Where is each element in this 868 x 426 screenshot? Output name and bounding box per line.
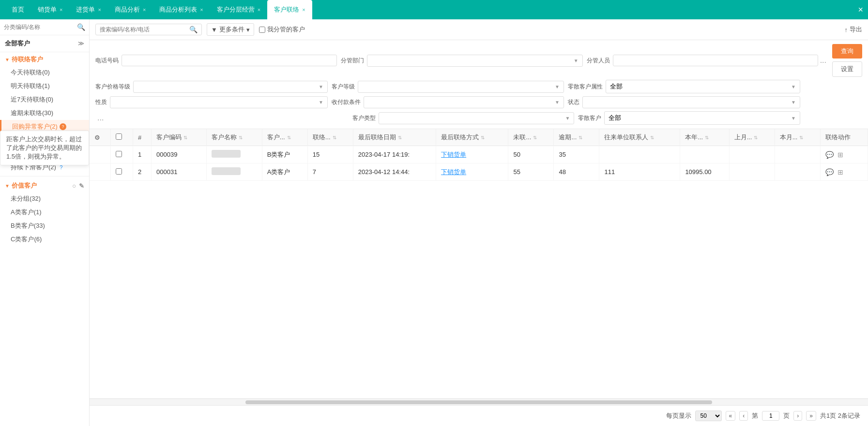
price-level-chevron-icon: ▼ bbox=[319, 84, 323, 89]
category-sort-icon: ⇅ bbox=[287, 135, 291, 140]
current-page-input[interactable] bbox=[762, 411, 779, 421]
export-button[interactable]: ↑ 导出 bbox=[845, 25, 863, 34]
last-contact-method-link-0[interactable]: 下销货单 bbox=[441, 151, 466, 158]
customer-level-select[interactable]: ▼ bbox=[358, 81, 564, 93]
close-customer-tier-icon[interactable]: × bbox=[258, 7, 260, 13]
col-not-contact[interactable]: 未联...⇅ bbox=[508, 129, 554, 146]
col-last-month[interactable]: 上月...⇅ bbox=[729, 129, 775, 146]
sidebar-item-7days-pending[interactable]: 近7天待联络(0) bbox=[0, 93, 89, 106]
close-purchase-order-icon[interactable]: × bbox=[98, 7, 101, 13]
payment-label: 收付款条件 bbox=[332, 98, 361, 106]
tab-product-analysis-list[interactable]: 商品分析列表 × bbox=[152, 0, 210, 19]
status-select[interactable]: ▼ bbox=[582, 96, 800, 108]
cell-last-contact-date-1: 2023-04-12 14:44: bbox=[353, 163, 436, 181]
sidebar-item-tomorrow-pending[interactable]: 明天待联络(1) bbox=[0, 79, 89, 93]
total-label: 共1页 2条记录 bbox=[820, 411, 860, 420]
col-this-year[interactable]: 本年...⇅ bbox=[680, 129, 729, 146]
last-page-button[interactable]: » bbox=[806, 411, 816, 421]
more-conditions-button[interactable]: ▼ 更多条件 ▾ bbox=[207, 23, 254, 36]
info-icon[interactable]: ? bbox=[60, 123, 66, 130]
action-more-icon-1[interactable]: ⊞ bbox=[838, 168, 843, 176]
gender-select[interactable]: ▼ bbox=[110, 96, 328, 108]
sidebar-item-today-pending[interactable]: 今天待联络(0) bbox=[0, 66, 89, 79]
col-this-month[interactable]: 本月...⇅ bbox=[775, 129, 820, 146]
cell-num-0: 1 bbox=[133, 146, 151, 163]
tab-product-analysis[interactable]: 商品分析 × bbox=[108, 0, 152, 19]
search-button-icon[interactable]: 🔍 bbox=[189, 26, 198, 33]
tab-sales-order[interactable]: 销货单 × bbox=[31, 0, 69, 19]
select-all-checkbox[interactable] bbox=[116, 133, 122, 140]
payment-select[interactable]: ▼ bbox=[364, 96, 564, 108]
col-checkbox bbox=[111, 129, 133, 146]
col-last-contact-method[interactable]: 最后联络方式⇅ bbox=[436, 129, 508, 146]
prev-page-button[interactable]: ‹ bbox=[739, 411, 748, 421]
payment-chevron-icon: ▼ bbox=[555, 100, 560, 105]
sidebar-item-ungrouped[interactable]: 未分组(32) bbox=[0, 192, 89, 206]
sidebar-search-input[interactable] bbox=[4, 24, 77, 30]
col-category[interactable]: 客户...⇅ bbox=[262, 129, 307, 146]
sidebar-item-overdue-pending[interactable]: 逾期未联络(30) bbox=[0, 106, 89, 120]
col-overdue[interactable]: 逾期...⇅ bbox=[554, 129, 599, 146]
sidebar-item-c-class[interactable]: C类客户(6) bbox=[0, 233, 89, 246]
col-name[interactable]: 客户名称⇅ bbox=[207, 129, 262, 146]
person-input[interactable] bbox=[613, 55, 818, 66]
sidebar-item-b-class[interactable]: B类客户(33) bbox=[0, 219, 89, 233]
col-settings[interactable]: ⚙ bbox=[90, 129, 111, 146]
cell-settings-1 bbox=[90, 163, 111, 181]
cell-checkbox-1 bbox=[111, 163, 133, 181]
query-button[interactable]: 查询 bbox=[832, 44, 862, 59]
col-last-contact-date[interactable]: 最后联络日期⇅ bbox=[353, 129, 436, 146]
first-page-button[interactable]: « bbox=[726, 411, 736, 421]
row-checkbox-1[interactable] bbox=[116, 168, 122, 175]
sidebar-collapse-icon[interactable]: ≫ bbox=[78, 40, 84, 47]
sidebar-pending-group[interactable]: ▼ 待联络客户 bbox=[0, 52, 89, 66]
settings-value-group-icon[interactable]: ✎ bbox=[79, 182, 84, 190]
close-product-analysis-list-icon[interactable]: × bbox=[200, 7, 203, 13]
action-chat-icon-0[interactable]: 💬 bbox=[825, 151, 834, 159]
sidebar-search-icon[interactable]: 🔍 bbox=[77, 23, 85, 31]
col-action: 联络动作 bbox=[820, 129, 868, 146]
tab-customer-contact[interactable]: 客户联络 × bbox=[267, 0, 312, 19]
action-chat-icon-1[interactable]: 💬 bbox=[825, 168, 834, 176]
customer-type-select[interactable]: ▼ bbox=[379, 112, 575, 124]
person-more-icon[interactable]: ... bbox=[818, 56, 828, 65]
dept-select[interactable]: ▼ bbox=[367, 55, 582, 67]
cell-last-contact-method-1[interactable]: 下销货单 bbox=[436, 163, 508, 181]
value-group-arrow-icon[interactable]: ▼ bbox=[5, 183, 10, 189]
phone-input[interactable] bbox=[122, 55, 337, 66]
sidebar-item-a-class[interactable]: A类客户(1) bbox=[0, 206, 89, 219]
close-window-icon[interactable]: × bbox=[858, 5, 863, 14]
row4-dots-icon[interactable]: ... bbox=[95, 114, 106, 122]
my-customer-checkbox-label[interactable]: 我分管的客户 bbox=[259, 25, 305, 34]
action-more-icon-0[interactable]: ⊞ bbox=[838, 151, 843, 159]
all-customers-label: 全部客户 bbox=[5, 39, 30, 48]
settings-button[interactable]: 设置 bbox=[832, 61, 862, 77]
last-contact-method-link-1[interactable]: 下销货单 bbox=[441, 168, 466, 176]
sidebar-all-customers-header[interactable]: 全部客户 ≫ bbox=[0, 35, 89, 52]
scrollbar-thumb[interactable] bbox=[245, 400, 713, 404]
sidebar-value-group: ▼ 价值客户 ○ ✎ bbox=[0, 178, 89, 192]
row-checkbox-0[interactable] bbox=[116, 151, 122, 157]
close-sales-order-icon[interactable]: × bbox=[60, 7, 62, 13]
overdue-pending-label: 逾期未联络(30) bbox=[11, 109, 53, 117]
edit-value-group-icon[interactable]: ○ bbox=[72, 182, 76, 190]
search-input[interactable] bbox=[100, 26, 189, 33]
per-page-select[interactable]: 50 20 100 bbox=[695, 411, 722, 421]
col-code[interactable]: 客户编码⇅ bbox=[151, 129, 206, 146]
cell-last-contact-method-0[interactable]: 下销货单 bbox=[436, 146, 508, 163]
filter-customer-type: 客户类型 ▼ bbox=[352, 112, 575, 124]
retail-attr-select[interactable]: 全部 ▼ bbox=[606, 80, 800, 93]
tab-home[interactable]: 首页 bbox=[5, 0, 31, 19]
price-level-select[interactable]: ▼ bbox=[133, 81, 328, 93]
close-product-analysis-icon[interactable]: × bbox=[143, 7, 146, 13]
col-unit-contacts[interactable]: 往来单位联系人⇅ bbox=[599, 129, 680, 146]
tab-customer-tier[interactable]: 客户分层经营 × bbox=[210, 0, 267, 19]
tab-purchase-order[interactable]: 进货单 × bbox=[69, 0, 107, 19]
my-customer-checkbox[interactable] bbox=[259, 27, 265, 33]
cell-action-1: 💬 ⊞ bbox=[820, 163, 868, 181]
next-page-button[interactable]: › bbox=[793, 411, 802, 421]
close-customer-contact-icon[interactable]: × bbox=[302, 7, 305, 13]
col-contact[interactable]: 联络...⇅ bbox=[307, 129, 353, 146]
horizontal-scrollbar[interactable] bbox=[90, 398, 868, 405]
retail-select[interactable]: 全部 ▼ bbox=[604, 111, 800, 125]
